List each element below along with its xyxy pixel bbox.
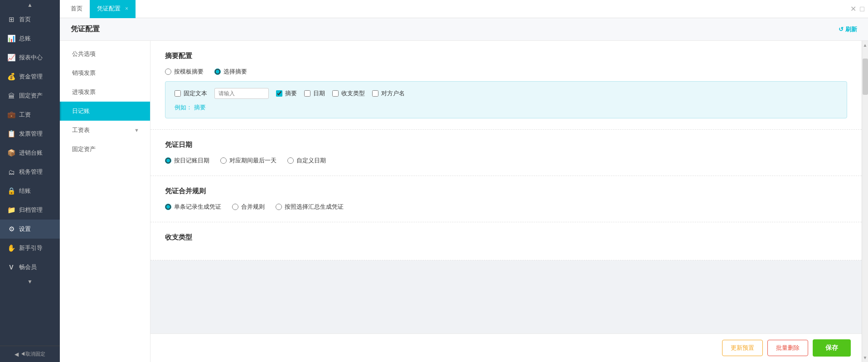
income-type-section: 收支类型 <box>150 222 862 260</box>
date-checkbox[interactable] <box>304 90 310 97</box>
radio-journal-date-input[interactable] <box>165 157 171 164</box>
summary-config-box: 固定文本 摘要 日期 <box>165 81 847 118</box>
tab-close-button[interactable]: × <box>125 5 128 12</box>
payroll-icon: 💼 <box>7 111 15 119</box>
sidebar-item-funds[interactable]: 💰 资金管理 <box>0 67 60 86</box>
radio-select-summary-merge[interactable]: 按照选择汇总生成凭证 <box>276 203 344 211</box>
left-nav-fixed-assets[interactable]: 固定资产 <box>60 140 150 159</box>
right-scroll-area[interactable]: 摘要配置 按模板摘要 选择摘要 <box>150 41 862 333</box>
merge-rules-radio-group: 单条记录生成凭证 合并规则 按照选择汇总生成凭证 <box>165 203 847 211</box>
income-type-title: 收支类型 <box>165 233 847 242</box>
merge-rules-section: 凭证合并规则 单条记录生成凭证 合并规则 <box>150 176 862 222</box>
summary-config-section: 摘要配置 按模板摘要 选择摘要 <box>150 41 862 130</box>
content-area: 凭证配置 ↺ 刷新 公共选项 销项发票 进项发票 <box>60 18 868 362</box>
toggle-icon: ◀ <box>15 351 19 357</box>
ledger-icon: 📊 <box>7 34 15 43</box>
scroll-up-arrow[interactable]: ▲ <box>861 41 868 49</box>
sidebar-item-settings[interactable]: ⚙ 设置 <box>0 220 60 239</box>
sidebar-scroll-up[interactable]: ▲ <box>0 0 60 10</box>
bottom-bar: 更新预置 批量删除 保存 <box>150 333 862 362</box>
radio-custom-date[interactable]: 自定义日期 <box>287 157 326 165</box>
tab-home[interactable]: 首页 <box>63 0 90 18</box>
radio-last-day-input[interactable] <box>220 157 227 164</box>
assets-icon: 🏛 <box>7 92 15 100</box>
radio-custom-date-input[interactable] <box>287 157 294 164</box>
voucher-date-section: 凭证日期 按日记账日期 对应期间最后一天 <box>150 130 862 176</box>
sidebar-item-payroll[interactable]: 💼 工资 <box>0 105 60 124</box>
funds-icon: 💰 <box>7 73 15 81</box>
counterpart-checkbox[interactable] <box>372 90 378 97</box>
refresh-icon: ↺ <box>839 26 844 33</box>
summary-config-title: 摘要配置 <box>165 52 847 60</box>
left-nav: 公共选项 销项发票 进项发票 日记账 工资表 ▼ <box>60 41 150 362</box>
invoices-icon: 📋 <box>7 130 15 138</box>
window-maximize-icon[interactable]: □ <box>860 5 864 13</box>
left-nav-payroll-table[interactable]: 工资表 ▼ <box>60 121 150 140</box>
sidebar-item-archive[interactable]: 📁 归档管理 <box>0 201 60 220</box>
scrollbar-thumb[interactable] <box>863 59 868 95</box>
save-button[interactable]: 保存 <box>813 339 851 357</box>
merge-rules-title: 凭证合并规则 <box>165 187 847 196</box>
fixed-text-checkbox[interactable] <box>175 90 181 97</box>
sidebar-bottom: ◀ ◀取消固定 <box>0 346 60 362</box>
sidebar-scroll-down[interactable]: ▼ <box>0 277 60 287</box>
sidebar-toggle-button[interactable]: ◀ ◀取消固定 <box>0 346 60 362</box>
close-book-icon: 🔒 <box>7 187 15 195</box>
sidebar-item-close[interactable]: 🔒 结账 <box>0 181 60 201</box>
radio-template-input[interactable] <box>165 68 171 75</box>
archive-icon: 📁 <box>7 206 15 214</box>
scroll-down-arrow[interactable]: ▼ <box>861 353 868 362</box>
window-close-icon[interactable]: ✕ <box>850 5 856 13</box>
refresh-button[interactable]: ↺ 刷新 <box>839 25 857 34</box>
sidebar-item-tax[interactable]: 🗂 税务管理 <box>0 162 60 181</box>
update-preview-button[interactable]: 更新预置 <box>722 340 763 356</box>
radio-last-day[interactable]: 对应期间最后一天 <box>220 157 276 165</box>
purchase-icon: 📦 <box>7 149 15 157</box>
sidebar-item-assets[interactable]: 🏛 固定资产 <box>0 86 60 105</box>
tab-bar: 首页 凭证配置 × ✕ □ <box>60 0 868 18</box>
sidebar-item-ledger[interactable]: 📊 总账 <box>0 29 60 48</box>
sidebar-item-purchase[interactable]: 📦 进销台账 <box>0 143 60 162</box>
radio-merge-rule[interactable]: 合并规则 <box>232 203 265 211</box>
summary-radio-group: 按模板摘要 选择摘要 <box>165 68 847 76</box>
radio-merge-rule-input[interactable] <box>232 204 238 210</box>
checkbox-date[interactable]: 日期 <box>304 89 325 98</box>
fixed-text-input[interactable] <box>214 88 269 99</box>
summary-checkboxes: 固定文本 摘要 日期 <box>175 88 838 99</box>
income-type-checkbox[interactable] <box>332 90 339 97</box>
sidebar-item-vip[interactable]: V 畅会员 <box>0 258 60 277</box>
sidebar-item-reports[interactable]: 📈 报表中心 <box>0 48 60 67</box>
summary-checkbox[interactable] <box>276 90 282 97</box>
reports-icon: 📈 <box>7 54 15 62</box>
tax-icon: 🗂 <box>7 168 15 176</box>
outer-scrollbar: ▲ ▼ <box>862 41 868 362</box>
radio-select-summary[interactable]: 选择摘要 <box>214 68 247 76</box>
left-nav-public[interactable]: 公共选项 <box>60 44 150 64</box>
left-nav-purchase-invoice[interactable]: 进项发票 <box>60 83 150 102</box>
sidebar-item-invoices[interactable]: 📋 发票管理 <box>0 124 60 143</box>
radio-single-record[interactable]: 单条记录生成凭证 <box>165 203 221 211</box>
radio-select-input[interactable] <box>214 68 221 75</box>
radio-select-summary-input[interactable] <box>276 204 282 210</box>
home-icon: ⊞ <box>7 15 15 24</box>
radio-by-journal-date[interactable]: 按日记账日期 <box>165 157 209 165</box>
radio-single-record-input[interactable] <box>165 204 171 210</box>
page-title: 凭证配置 <box>71 24 100 34</box>
left-nav-sales-invoice[interactable]: 销项发票 <box>60 64 150 83</box>
checkbox-summary[interactable]: 摘要 <box>276 89 297 98</box>
sidebar-item-guide[interactable]: ✋ 新手引导 <box>0 239 60 258</box>
checkbox-counterpart[interactable]: 对方户名 <box>372 89 405 98</box>
sidebar-item-home[interactable]: ⊞ 首页 <box>0 10 60 29</box>
right-content: 摘要配置 按模板摘要 选择摘要 <box>150 41 862 362</box>
checkbox-income-type[interactable]: 收支类型 <box>332 89 365 98</box>
checkbox-fixed-text[interactable]: 固定文本 <box>175 89 207 98</box>
example-text: 例如： 摘要 <box>175 103 838 112</box>
settings-icon: ⚙ <box>7 225 15 233</box>
radio-template-summary[interactable]: 按模板摘要 <box>165 68 204 76</box>
voucher-date-radio-group: 按日记账日期 对应期间最后一天 自定义日期 <box>165 157 847 165</box>
batch-delete-button[interactable]: 批量删除 <box>767 340 808 356</box>
left-nav-journal[interactable]: 日记账 <box>60 102 150 121</box>
tab-voucher-config[interactable]: 凭证配置 × <box>90 0 136 18</box>
sidebar: ▲ ⊞ 首页 📊 总账 📈 报表中心 💰 资金管理 🏛 固定资产 💼 工资 📋 … <box>0 0 60 362</box>
voucher-date-title: 凭证日期 <box>165 141 847 149</box>
